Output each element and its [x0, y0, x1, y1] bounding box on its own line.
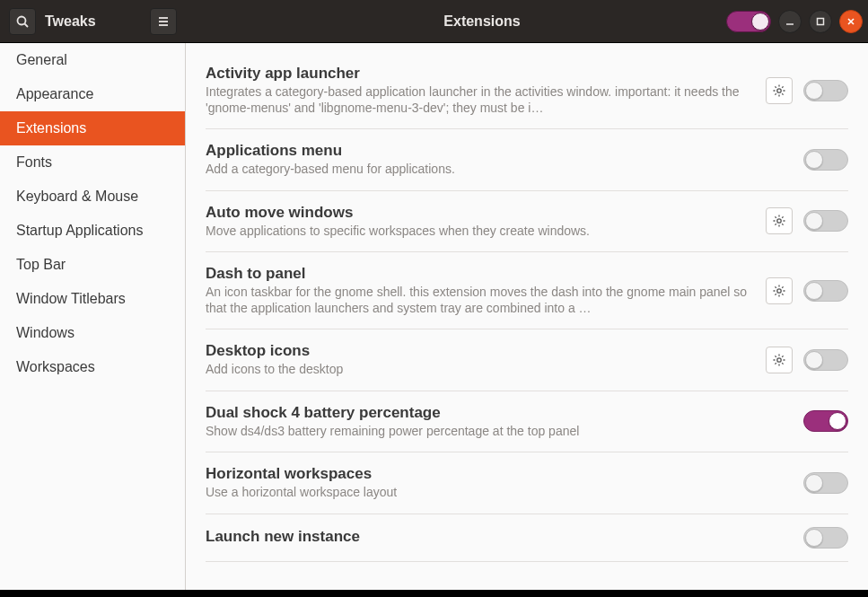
- extension-text: Dash to panelAn icon taskbar for the gno…: [206, 265, 755, 316]
- close-icon: [846, 17, 855, 26]
- window-maximize-button[interactable]: [809, 10, 832, 33]
- extension-desc: Add a category-based menu for applicatio…: [206, 162, 793, 178]
- extension-name: Launch new instance: [206, 528, 793, 546]
- extension-name: Auto move windows: [206, 204, 755, 222]
- extension-settings-button[interactable]: [766, 207, 793, 234]
- window-bottom-edge: [0, 590, 868, 597]
- extension-desc: An icon taskbar for the gnome shell. thi…: [206, 285, 755, 316]
- sidebar-item-windows[interactable]: Windows: [0, 316, 185, 350]
- extension-text: Desktop iconsAdd icons to the desktop: [206, 342, 755, 378]
- extension-desc: Integrates a category-based application …: [206, 84, 755, 116]
- extension-text: Applications menuAdd a category-based me…: [206, 142, 793, 178]
- svg-point-9: [777, 88, 781, 92]
- svg-point-0: [18, 16, 26, 24]
- app-title: Tweaks: [45, 13, 96, 30]
- extension-name: Applications menu: [206, 142, 793, 160]
- sidebar-item-label: Window Titlebars: [16, 291, 126, 306]
- sidebar-item-general[interactable]: General: [0, 43, 185, 77]
- svg-line-1: [25, 23, 29, 27]
- page-title: Extensions: [443, 13, 520, 30]
- sidebar-item-keyboard-mouse[interactable]: Keyboard & Mouse: [0, 180, 185, 214]
- sidebar-item-fonts[interactable]: Fonts: [0, 145, 185, 180]
- extensions-master-toggle[interactable]: [726, 11, 771, 32]
- sidebar-item-startup-applications[interactable]: Startup Applications: [0, 214, 185, 248]
- extension-text: Horizontal workspacesUse a horizontal wo…: [206, 465, 793, 501]
- titlebar: Tweaks Extensions: [0, 0, 868, 43]
- extension-row-auto-move-windows: Auto move windowsMove applications to sp…: [206, 191, 848, 253]
- svg-rect-6: [818, 18, 824, 24]
- svg-point-12: [777, 358, 781, 362]
- extension-name: Dual shock 4 battery percentage: [206, 404, 793, 422]
- extension-desc: Add icons to the desktop: [206, 362, 755, 378]
- extension-row-dash-to-panel: Dash to panelAn icon taskbar for the gno…: [206, 252, 848, 329]
- extension-name: Horizontal workspaces: [206, 465, 793, 483]
- extension-toggle[interactable]: [803, 527, 848, 549]
- extension-settings-button[interactable]: [766, 77, 793, 104]
- search-button[interactable]: [9, 8, 36, 35]
- svg-point-11: [777, 288, 781, 292]
- content-area: GeneralAppearanceExtensionsFontsKeyboard…: [0, 43, 868, 590]
- extension-row-desktop-icons: Desktop iconsAdd icons to the desktop: [206, 329, 848, 391]
- extension-toggle[interactable]: [803, 349, 848, 371]
- extension-name: Activity app launcher: [206, 65, 755, 83]
- extension-desc: Show ds4/ds3 battery remaining power per…: [206, 424, 793, 440]
- extension-text: Dual shock 4 battery percentageShow ds4/…: [206, 404, 793, 440]
- gear-icon: [772, 353, 786, 367]
- minimize-icon: [785, 17, 794, 26]
- extension-row-dual-shock-4-battery-percentage: Dual shock 4 battery percentageShow ds4/…: [206, 391, 848, 453]
- sidebar-item-label: Extensions: [16, 120, 86, 136]
- sidebar-item-workspaces[interactable]: Workspaces: [0, 350, 185, 384]
- sidebar-item-label: Windows: [16, 325, 75, 340]
- gear-icon: [772, 284, 786, 298]
- sidebar-item-label: General: [16, 52, 67, 67]
- sidebar-item-label: Appearance: [16, 86, 93, 101]
- sidebar-item-label: Fonts: [16, 154, 52, 170]
- sidebar-item-extensions[interactable]: Extensions: [0, 111, 185, 145]
- extension-text: Launch new instance: [206, 528, 793, 548]
- search-icon: [15, 14, 30, 29]
- extension-row-launch-new-instance: Launch new instance: [206, 514, 848, 562]
- sidebar-item-window-titlebars[interactable]: Window Titlebars: [0, 282, 185, 316]
- extension-text: Auto move windowsMove applications to sp…: [206, 204, 755, 240]
- extension-toggle[interactable]: [803, 280, 848, 302]
- extension-row-activity-app-launcher: Activity app launcherIntegrates a catego…: [206, 59, 848, 129]
- extension-settings-button[interactable]: [766, 277, 793, 304]
- window-close-button[interactable]: [839, 10, 863, 33]
- sidebar-item-label: Keyboard & Mouse: [16, 189, 138, 204]
- sidebar-item-top-bar[interactable]: Top Bar: [0, 248, 185, 282]
- extension-name: Dash to panel: [206, 265, 755, 283]
- sidebar-item-label: Top Bar: [16, 257, 66, 272]
- extension-toggle[interactable]: [803, 210, 848, 232]
- extension-toggle[interactable]: [803, 472, 848, 494]
- sidebar-item-label: Workspaces: [16, 359, 95, 374]
- extension-toggle[interactable]: [803, 149, 848, 171]
- extension-row-applications-menu: Applications menuAdd a category-based me…: [206, 129, 848, 191]
- extension-toggle[interactable]: [803, 410, 848, 432]
- extension-row-horizontal-workspaces: Horizontal workspacesUse a horizontal wo…: [206, 452, 848, 514]
- extension-desc: Use a horizontal workspace layout: [206, 485, 793, 501]
- sidebar-item-appearance[interactable]: Appearance: [0, 77, 185, 111]
- maximize-icon: [816, 17, 825, 26]
- extension-settings-button[interactable]: [766, 347, 793, 373]
- hamburger-icon: [156, 14, 171, 29]
- extension-name: Desktop icons: [206, 342, 755, 360]
- gear-icon: [772, 214, 786, 228]
- gear-icon: [772, 83, 786, 98]
- extension-text: Activity app launcherIntegrates a catego…: [206, 65, 755, 116]
- sidebar: GeneralAppearanceExtensionsFontsKeyboard…: [0, 43, 186, 590]
- svg-point-10: [777, 219, 781, 223]
- sidebar-item-label: Startup Applications: [16, 223, 143, 238]
- window-minimize-button[interactable]: [778, 10, 802, 33]
- extension-desc: Move applications to specific workspaces…: [206, 224, 755, 240]
- hamburger-menu-button[interactable]: [150, 8, 177, 35]
- extension-toggle[interactable]: [803, 80, 848, 101]
- extensions-list: Activity app launcherIntegrates a catego…: [186, 43, 868, 590]
